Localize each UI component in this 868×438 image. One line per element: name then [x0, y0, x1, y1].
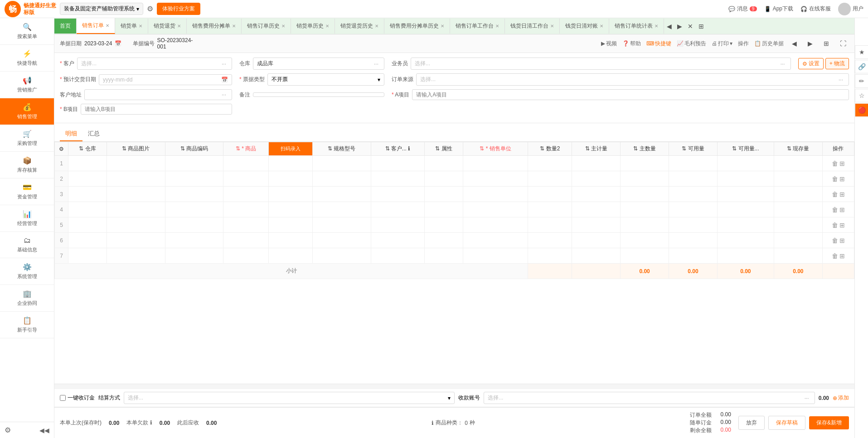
settings-form-btn[interactable]: ⚙ 设置: [798, 58, 824, 69]
row-copy-6[interactable]: ⊞: [839, 237, 845, 244]
rpanel-alert-btn[interactable]: 🔴: [855, 103, 868, 117]
message-btn[interactable]: 💬 消息 9: [728, 5, 757, 13]
row-delete-7[interactable]: 🗑: [832, 252, 838, 260]
form-fullscreen-btn[interactable]: ⛶: [837, 40, 849, 47]
video-btn[interactable]: ▶ 视频: [601, 40, 617, 48]
row-delete-6[interactable]: 🗑: [832, 237, 838, 244]
sidebar-item-purchase[interactable]: 🛒 采购管理: [0, 125, 54, 152]
col-settings-icon[interactable]: ⚙: [59, 146, 64, 152]
tab-close-return-history[interactable]: ✕: [325, 24, 329, 29]
payment-method-select[interactable]: 选择... ▾: [124, 392, 455, 404]
form-layout-btn[interactable]: ⊞: [821, 40, 832, 47]
tab-refund-history[interactable]: 销货退货历史 ✕: [335, 19, 384, 34]
tab-menu-btn[interactable]: ⊞: [696, 23, 707, 30]
discard-btn[interactable]: 放弃: [738, 416, 765, 430]
online-support-btn[interactable]: 🎧 在线客服: [800, 5, 831, 13]
row-copy-3[interactable]: ⊞: [839, 191, 845, 198]
warehouse-input[interactable]: 成品库 ···: [253, 58, 384, 70]
tab-detail[interactable]: 明细: [60, 127, 82, 141]
order-source-input[interactable]: 选择... ···: [416, 73, 849, 86]
system-selector[interactable]: 装备及固定资产辅助管理系统 ▾: [60, 3, 143, 15]
row-delete-2[interactable]: 🗑: [832, 175, 838, 183]
row-delete-4[interactable]: 🗑: [832, 206, 838, 213]
staff-input[interactable]: 选择... ···: [411, 58, 791, 70]
rpanel-edit-btn[interactable]: ✏: [855, 74, 868, 88]
sidebar-settings-icon[interactable]: ⚙: [5, 426, 11, 434]
tab-order-workbench[interactable]: 销售订单工作台 ✕: [450, 19, 505, 34]
quick-payment-label[interactable]: 一键收订金: [60, 394, 95, 402]
user-btn[interactable]: 用户: [838, 3, 863, 15]
sidebar-item-enterprise[interactable]: 🏢 企业协同: [0, 285, 54, 312]
tab-summary[interactable]: 汇总: [82, 127, 105, 141]
tab-return-history[interactable]: 销货单历史 ✕: [291, 19, 335, 34]
remark-input[interactable]: [253, 92, 384, 97]
delivery-date-input[interactable]: yyyy-mm-dd 📅: [99, 74, 232, 85]
project-a-input[interactable]: [412, 89, 849, 100]
tab-close-cash-reconcile[interactable]: ✕: [600, 24, 603, 29]
tab-sales-return[interactable]: 销货单 ✕: [115, 19, 148, 34]
account-select[interactable]: 选择... ···: [484, 392, 815, 404]
sidebar-item-base-info[interactable]: 🗂 基础信息: [0, 232, 54, 258]
row-copy-2[interactable]: ⊞: [839, 175, 845, 183]
row-copy-1[interactable]: ⊞: [839, 160, 845, 167]
save-btn[interactable]: 保存&新增: [809, 416, 849, 429]
invoice-select[interactable]: 不开票 ▾: [267, 73, 384, 86]
row-delete-1[interactable]: 🗑: [832, 160, 838, 167]
tab-close-refund-history[interactable]: ✕: [375, 24, 378, 29]
customer-input[interactable]: 选择... ···: [77, 58, 232, 70]
rpanel-star-btn[interactable]: ★: [855, 45, 868, 59]
sidebar-item-search-menu[interactable]: 🔍 搜索菜单: [0, 18, 54, 45]
rpanel-fav-btn[interactable]: ☆: [855, 89, 868, 102]
staff-more-icon[interactable]: ···: [779, 61, 787, 67]
quick-payment-checkbox[interactable]: [60, 395, 66, 401]
help-btn[interactable]: ❓ 帮助: [622, 40, 641, 48]
add-product-btn[interactable]: + 物流: [825, 58, 849, 69]
tab-cash-reconcile[interactable]: 钱货日清对账 ✕: [560, 19, 609, 34]
tab-close-cash-workbench[interactable]: ✕: [550, 24, 554, 29]
col-settings[interactable]: ⚙: [55, 142, 68, 156]
sidebar-item-marketing[interactable]: 📢 营销推广: [0, 72, 54, 98]
profit-btn[interactable]: 📈 毛利预告: [677, 40, 706, 48]
tab-sales-order[interactable]: 销售订单 ✕: [77, 18, 115, 34]
add-payment-btn[interactable]: ⊕ 添加: [833, 394, 849, 402]
draft-btn[interactable]: 保存草稿: [768, 416, 805, 430]
tab-sales-stats[interactable]: 销售订单统计表 ✕: [609, 19, 664, 34]
account-more-icon[interactable]: ···: [803, 395, 811, 401]
tab-next-btn[interactable]: ▶: [674, 23, 685, 30]
customer-more-icon[interactable]: ···: [220, 61, 228, 67]
tab-fee-split[interactable]: 销售费用分摊单 ✕: [187, 19, 242, 34]
row-copy-5[interactable]: ⊞: [839, 221, 845, 229]
tab-home[interactable]: 首页: [54, 19, 77, 34]
date-value[interactable]: 2023-03-24: [84, 40, 112, 47]
addr-input[interactable]: ···: [84, 89, 232, 100]
sidebar-item-quick-nav[interactable]: ⚡ 快捷导航: [0, 45, 54, 72]
order-source-more-icon[interactable]: ···: [837, 77, 845, 83]
tab-close-order-workbench[interactable]: ✕: [495, 24, 499, 29]
sidebar-item-sys[interactable]: ⚙️ 系统管理: [0, 258, 54, 285]
sidebar-item-guide[interactable]: 📋 新手引导: [0, 312, 54, 338]
tab-fee-history[interactable]: 销售费用分摊单历史 ✕: [384, 19, 450, 34]
shortcut-btn[interactable]: ⌨ 快捷键: [646, 40, 671, 48]
project-b-input[interactable]: [81, 104, 232, 115]
industry-btn[interactable]: 体验行业方案: [157, 3, 200, 15]
tab-refund[interactable]: 销货退货 ✕: [148, 19, 187, 34]
tab-close-sales-return[interactable]: ✕: [139, 24, 142, 29]
tab-cash-workbench[interactable]: 钱货日清工作台 ✕: [505, 19, 560, 34]
row-delete-3[interactable]: 🗑: [832, 191, 838, 198]
print-btn[interactable]: 🖨 打印 ▾: [712, 40, 732, 48]
sidebar-item-inventory[interactable]: 📦 库存核算: [0, 152, 54, 178]
sidebar-collapse-icon[interactable]: ◀◀: [39, 427, 49, 434]
form-prev-btn[interactable]: ◀: [789, 40, 800, 47]
tab-order-history[interactable]: 销售订单历史 ✕: [242, 19, 291, 34]
row-delete-5[interactable]: 🗑: [832, 221, 838, 229]
tab-close-fee-split[interactable]: ✕: [232, 24, 236, 29]
tab-close-order-history[interactable]: ✕: [281, 24, 285, 29]
scan-btn[interactable]: 扫码录入: [269, 143, 312, 155]
gear-icon[interactable]: ⚙: [147, 5, 153, 13]
warehouse-more-icon[interactable]: ···: [372, 61, 380, 67]
sidebar-item-ops[interactable]: 📊 经营管理: [0, 205, 54, 232]
sidebar-item-sales[interactable]: 💰 销售管理: [0, 98, 54, 125]
sidebar-item-finance[interactable]: 💳 资金管理: [0, 178, 54, 205]
form-next-btn[interactable]: ▶: [805, 40, 815, 47]
row-copy-4[interactable]: ⊞: [839, 206, 845, 213]
